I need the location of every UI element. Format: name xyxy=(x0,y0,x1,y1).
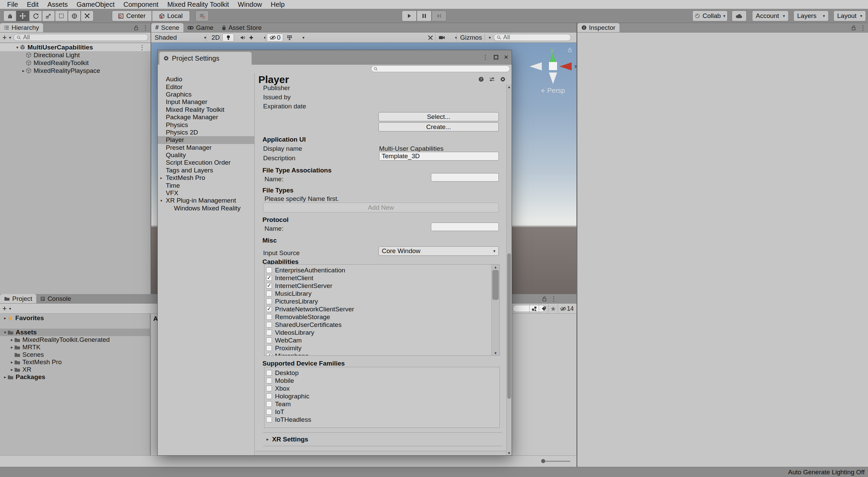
project-folder-row[interactable]: ▸MixedRealityToolkit.Generated xyxy=(0,336,150,344)
rotation-toggle-button[interactable]: Local xyxy=(152,11,190,21)
grid-visibility-dropdown[interactable]: ▾ xyxy=(285,34,307,42)
capability-row[interactable]: Microphone xyxy=(266,352,499,356)
chevron-down-icon[interactable]: ▾ xyxy=(9,306,11,311)
scroll-up-icon[interactable]: ▲ xyxy=(492,265,499,269)
fta-name-input[interactable] xyxy=(431,173,499,182)
project-folder-row[interactable]: ▸MRTK xyxy=(0,344,150,351)
settings-sidebar-item-editor[interactable]: Editor xyxy=(158,83,254,90)
settings-title-bar[interactable]: Project Settings ⋮ × xyxy=(158,50,512,65)
settings-sidebar-item-preset-manager[interactable]: Preset Manager xyxy=(158,144,254,151)
scale-tool-button[interactable] xyxy=(42,11,55,21)
gizmo-lock-icon[interactable] xyxy=(568,47,572,53)
layers-dropdown[interactable]: Layers ▾ xyxy=(793,11,829,21)
slider-knob[interactable] xyxy=(541,459,545,463)
kebab-menu-icon[interactable]: ⋮ xyxy=(142,25,149,31)
scene-search-input[interactable]: All xyxy=(494,34,571,41)
menu-component[interactable]: Component xyxy=(119,0,163,9)
camera-settings-dropdown[interactable]: ▾ xyxy=(437,34,459,42)
project-folder-row[interactable]: Scenes xyxy=(0,351,150,358)
kebab-menu-icon[interactable]: ⋮ xyxy=(551,296,557,302)
device-family-row[interactable]: IoT xyxy=(266,408,499,416)
layout-dropdown[interactable]: Layout ▾ xyxy=(833,11,866,21)
settings-sidebar-item-quality[interactable]: Quality xyxy=(158,151,254,159)
checkbox[interactable] xyxy=(266,370,272,376)
grid-snap-button[interactable] xyxy=(195,11,209,21)
checkbox[interactable] xyxy=(266,267,272,273)
gizmos-dropdown[interactable]: Gizmos ▾ xyxy=(458,34,495,42)
settings-sidebar-item-mixed-reality-toolkit[interactable]: Mixed Reality Toolkit xyxy=(158,106,254,113)
scroll-thumb[interactable] xyxy=(507,253,511,399)
menu-gameobject[interactable]: GameObject xyxy=(72,0,119,9)
checkbox[interactable] xyxy=(266,314,272,320)
tab-game[interactable]: Game xyxy=(183,23,218,32)
checkbox[interactable] xyxy=(266,409,272,415)
settings-sidebar-item-audio[interactable]: Audio xyxy=(158,76,254,83)
lock-icon[interactable] xyxy=(542,296,547,302)
checkbox[interactable] xyxy=(266,353,272,356)
hierarchy-item-row[interactable]: ▸MixedRealityPlayspace xyxy=(0,67,151,75)
project-assets-row[interactable]: ▾Assets xyxy=(0,329,150,336)
menu-help[interactable]: Help xyxy=(266,0,289,9)
tab-asset-store[interactable]: Asset Store xyxy=(218,23,266,32)
settings-sidebar-item-xr-plug-in-management[interactable]: ▾XR Plug-in Management xyxy=(158,197,254,204)
settings-scrollbar[interactable]: ▲ ▼ xyxy=(506,84,512,455)
favorites-filter-button[interactable]: ★ xyxy=(548,304,558,313)
scene-visibility-toggle[interactable]: 0 xyxy=(267,34,283,42)
settings-sidebar-item-input-manager[interactable]: Input Manager xyxy=(158,98,254,106)
device-family-row[interactable]: Holographic xyxy=(266,392,499,400)
checkbox[interactable] xyxy=(266,386,272,391)
lighting-toggle-button[interactable] xyxy=(222,34,234,42)
lock-icon[interactable] xyxy=(851,25,856,30)
help-icon[interactable]: ? xyxy=(478,77,484,82)
rotate-tool-button[interactable] xyxy=(29,11,42,21)
hidden-packages-toggle[interactable]: 14 xyxy=(558,304,576,313)
preset-icon[interactable] xyxy=(489,77,495,82)
window-menu-icon[interactable]: ⋮ xyxy=(482,54,488,60)
capability-row[interactable]: Proximity xyxy=(266,344,499,352)
checkbox[interactable] xyxy=(266,322,272,328)
effects-dropdown[interactable]: ▾ xyxy=(247,34,268,42)
select-certificate-button[interactable]: Select... xyxy=(378,112,499,121)
custom-tool-button[interactable] xyxy=(81,11,94,21)
toggle-2d-button[interactable]: 2D xyxy=(208,34,224,42)
lock-icon[interactable] xyxy=(134,25,138,30)
settings-sidebar-item-graphics[interactable]: Graphics xyxy=(158,91,254,98)
checkbox[interactable] xyxy=(266,298,272,304)
gizmo-x-axis[interactable] xyxy=(559,62,572,70)
checkbox[interactable] xyxy=(266,330,272,335)
pivot-toggle-button[interactable]: Center xyxy=(112,11,152,21)
menu-assets[interactable]: Assets xyxy=(43,0,72,9)
cloud-button[interactable] xyxy=(732,11,747,21)
filter-by-type-button[interactable] xyxy=(529,304,539,313)
device-family-row[interactable]: Desktop xyxy=(266,369,499,377)
kebab-menu-icon[interactable]: ⋮ xyxy=(139,44,145,50)
play-button[interactable] xyxy=(402,11,417,21)
rect-tool-button[interactable] xyxy=(55,11,68,21)
hierarchy-item-row[interactable]: Directional Light xyxy=(0,51,151,59)
capability-row[interactable]: RemovableStorage xyxy=(266,313,499,321)
hierarchy-item-row[interactable]: MixedRealityToolkit xyxy=(0,59,151,67)
settings-sidebar-item-physics-2d[interactable]: Physics 2D xyxy=(158,129,254,136)
gizmo-down-axis[interactable] xyxy=(549,72,557,84)
gizmo-left-axis[interactable] xyxy=(530,62,542,70)
component-tools-button[interactable] xyxy=(422,34,438,42)
project-favorites-row[interactable]: ▸★Favorites xyxy=(0,314,150,322)
pause-button[interactable] xyxy=(417,11,432,21)
capability-row[interactable]: InternetClient xyxy=(266,274,499,282)
menu-edit[interactable]: Edit xyxy=(22,0,43,9)
scroll-down-icon[interactable]: ▼ xyxy=(507,451,512,455)
device-family-row[interactable]: Team xyxy=(266,400,499,408)
hierarchy-search-input[interactable]: All xyxy=(14,34,148,41)
protocol-name-input[interactable] xyxy=(431,223,499,231)
capability-row[interactable]: WebCam xyxy=(266,336,499,344)
scroll-thumb[interactable] xyxy=(492,270,499,300)
settings-sidebar-item-physics[interactable]: Physics xyxy=(158,121,254,128)
capability-row[interactable]: PicturesLibrary xyxy=(266,297,499,305)
project-packages-row[interactable]: ▸Packages xyxy=(0,373,150,381)
account-dropdown[interactable]: Account ▾ xyxy=(752,11,789,21)
tab-project[interactable]: Project xyxy=(0,294,36,303)
step-button[interactable] xyxy=(432,11,447,21)
xr-settings-foldout[interactable]: ▸ XR Settings xyxy=(263,432,502,446)
chevron-down-icon[interactable]: ▾ xyxy=(9,35,11,40)
checkbox[interactable] xyxy=(266,283,272,289)
